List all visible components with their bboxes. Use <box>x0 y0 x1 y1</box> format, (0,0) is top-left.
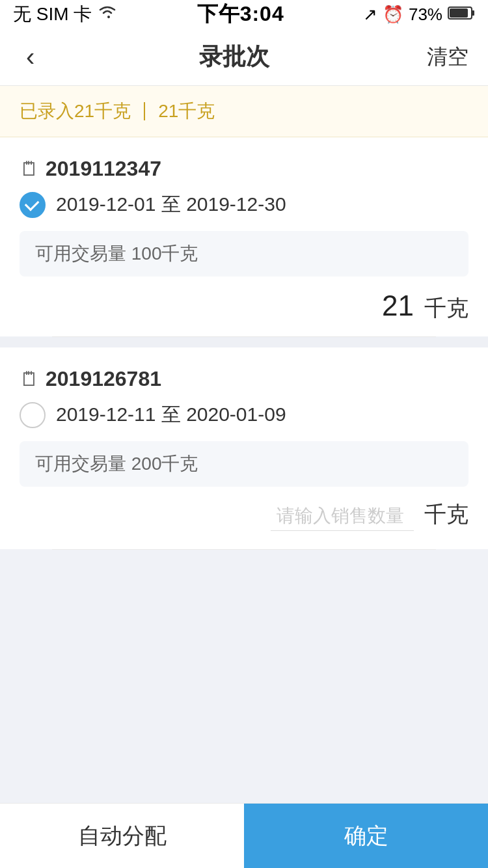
doc-icon-2: 🗒 <box>20 368 39 390</box>
wifi-icon <box>97 4 118 25</box>
confirm-button[interactable]: 确定 <box>244 804 488 868</box>
carrier-text: 无 SIM 卡 <box>13 2 92 27</box>
section-divider <box>0 337 488 347</box>
batch-date-row-2: 2019-12-11 至 2020-01-09 <box>20 401 468 428</box>
status-right: ↗ ⏰ 73% <box>363 5 475 25</box>
available-box-2: 可用交易量 200千克 <box>20 441 468 487</box>
batch-unit-1: 千克 <box>424 293 468 323</box>
battery-text: 73% <box>409 5 442 25</box>
svg-rect-1 <box>472 10 474 16</box>
batch-id-2: 2019126781 <box>46 367 161 391</box>
batch-date-row-1: 2019-12-01 至 2019-12-30 <box>20 191 468 218</box>
battery-icon <box>448 5 475 25</box>
batch-item-2: 🗒 2019126781 2019-12-11 至 2020-01-09 可用交… <box>0 347 488 487</box>
clear-button[interactable]: 清空 <box>427 43 468 72</box>
batch-unit-2: 千克 <box>424 500 468 530</box>
info-banner: 已录入21千克 21千克 <box>0 86 488 137</box>
status-bar: 无 SIM 卡 下午3:04 ↗ ⏰ 73% <box>0 0 488 29</box>
time-display: 下午3:04 <box>197 0 284 29</box>
input-row-2: 千克 <box>0 487 488 549</box>
content-area: 🗒 2019112347 2019-12-01 至 2019-12-30 可用交… <box>0 137 488 615</box>
value-row-1: 21 千克 <box>0 277 488 336</box>
batch-date-1: 2019-12-01 至 2019-12-30 <box>56 191 286 218</box>
nav-bar: ‹ 录批次 清空 <box>0 29 488 86</box>
qty-input-2[interactable] <box>271 500 414 531</box>
page-title: 录批次 <box>199 41 269 73</box>
batch-header-2: 🗒 2019126781 <box>20 367 468 391</box>
total-amount: 21千克 <box>158 99 215 124</box>
bottom-bar: 自动分配 确定 <box>0 803 488 868</box>
divider-2 <box>52 549 436 550</box>
location-icon: ↗ <box>363 5 377 25</box>
batch-header-1: 🗒 2019112347 <box>20 157 468 181</box>
recorded-amount: 已录入21千克 <box>20 99 131 124</box>
radio-2[interactable] <box>20 402 46 428</box>
alarm-icon: ⏰ <box>383 5 403 25</box>
info-divider <box>144 102 145 120</box>
batch-item-1: 🗒 2019112347 2019-12-01 至 2019-12-30 可用交… <box>0 137 488 277</box>
batch-date-2: 2019-12-11 至 2020-01-09 <box>56 401 286 428</box>
svg-rect-2 <box>450 8 468 18</box>
auto-distribute-button[interactable]: 自动分配 <box>0 804 244 868</box>
doc-icon-1: 🗒 <box>20 158 39 180</box>
batch-id-1: 2019112347 <box>46 157 161 181</box>
back-button[interactable]: ‹ <box>20 36 41 78</box>
status-left: 无 SIM 卡 <box>13 2 118 27</box>
available-box-1: 可用交易量 100千克 <box>20 231 468 277</box>
radio-1[interactable] <box>20 192 46 218</box>
batch-value-1: 21 <box>382 290 414 322</box>
